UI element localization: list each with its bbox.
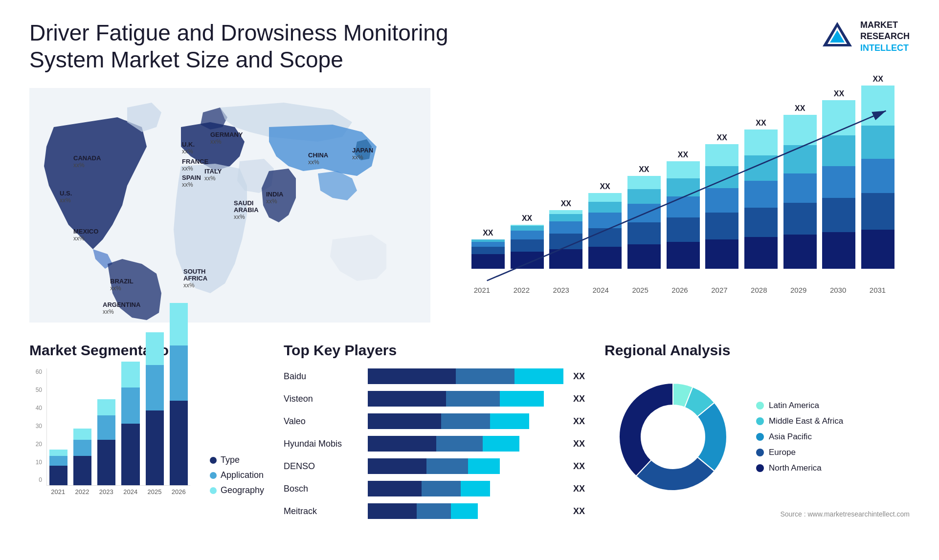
player-value: XX — [573, 439, 585, 449]
logo-line2: RESEARCH — [860, 31, 910, 42]
player-name: Meitrack — [284, 506, 362, 517]
seg-bars — [46, 368, 190, 486]
growth-bar-group: XX — [510, 214, 544, 269]
svg-text:xx%: xx% — [110, 285, 121, 292]
seg-bar-group — [49, 450, 67, 485]
growth-bar-group: XX — [666, 151, 700, 269]
seg-bar-group — [170, 303, 188, 485]
svg-text:xx%: xx% — [308, 159, 319, 166]
seg-bar-group — [73, 429, 91, 486]
players-list: BaiduXXVisteonXXValeoXXHyundai MobisXXDE… — [284, 368, 585, 519]
player-bar — [368, 503, 563, 519]
spain-label: SPAIN — [182, 174, 201, 181]
bottom-section: Market Segmentation 60 50 40 30 20 10 0 — [29, 342, 910, 552]
china-label: CHINA — [308, 151, 329, 159]
player-name: DENSO — [284, 461, 362, 472]
logo-line1: MARKET — [860, 20, 910, 31]
logo-icon — [820, 20, 854, 54]
player-row: VisteonXX — [284, 391, 585, 407]
page-container: Driver Fatigue and Drowsiness Monitoring… — [0, 0, 939, 560]
svg-text:AFRICA: AFRICA — [183, 275, 208, 282]
player-row: Hyundai MobisXX — [284, 436, 585, 452]
uk-label: U.K. — [182, 141, 195, 148]
svg-text:xx%: xx% — [266, 198, 277, 205]
japan-label: JAPAN — [352, 147, 373, 154]
reg-legend-item: Latin America — [756, 401, 843, 410]
donut-chart — [604, 368, 741, 505]
svg-text:xx%: xx% — [182, 165, 193, 172]
safrica-label: SOUTH — [183, 268, 206, 275]
player-row: ValeoXX — [284, 413, 585, 429]
player-bar — [368, 413, 563, 429]
svg-text:xx%: xx% — [182, 148, 193, 155]
growth-bar-group: XX — [471, 229, 505, 269]
legend-item: Geography — [210, 485, 264, 495]
brazil-label: BRAZIL — [110, 278, 134, 285]
player-row: DENSOXX — [284, 458, 585, 474]
player-value: XX — [573, 371, 585, 382]
svg-text:xx%: xx% — [73, 162, 85, 169]
regional-legend: Latin AmericaMiddle East & AfricaAsia Pa… — [756, 401, 843, 473]
reg-legend-item: North America — [756, 463, 843, 473]
germany-label: GERMANY — [210, 131, 243, 138]
segmentation-section: Market Segmentation 60 50 40 30 20 10 0 — [29, 342, 264, 552]
growth-bar-group: XX — [783, 104, 817, 269]
growth-bar-group: XX — [744, 119, 778, 269]
mexico-label: MEXICO — [73, 228, 98, 235]
legend-item: Application — [210, 470, 264, 480]
player-name: Visteon — [284, 394, 362, 404]
player-row: MeitrackXX — [284, 503, 585, 519]
growth-chart-container: XXXXXXXXXXXXXXXXXXXXXX 20212022202320242… — [450, 88, 910, 323]
map-container: CANADA xx% U.S. xx% MEXICO xx% BRAZIL xx… — [29, 88, 430, 323]
svg-text:xx%: xx% — [182, 181, 193, 188]
source-text: Source : www.marketresearchintellect.com — [604, 510, 910, 518]
us-label: U.S. — [60, 190, 72, 197]
player-value: XX — [573, 461, 585, 472]
player-row: BaiduXX — [284, 368, 585, 384]
player-value: XX — [573, 506, 585, 517]
svg-text:xx%: xx% — [352, 154, 363, 161]
seg-bar-group — [97, 399, 115, 486]
regional-section: Regional Analysis Latin AmericaMiddle Ea… — [604, 342, 910, 552]
player-bar — [368, 481, 563, 496]
growth-bar-group: XX — [861, 75, 895, 269]
svg-text:xx%: xx% — [210, 138, 222, 145]
growth-year-labels: 2021202220232024202520262027202820292030… — [460, 286, 895, 294]
seg-year-labels: 202120222023202420252026 — [46, 486, 190, 495]
player-bar — [368, 391, 563, 407]
player-bar — [368, 436, 563, 452]
svg-text:xx%: xx% — [183, 282, 195, 289]
reg-legend-item: Europe — [756, 448, 843, 457]
svg-text:ARABIA: ARABIA — [234, 206, 259, 214]
player-row: BoschXX — [284, 481, 585, 496]
logo-line3: INTELLECT — [860, 43, 910, 54]
saudi-label: SAUDI — [234, 199, 253, 207]
canada-label: CANADA — [73, 154, 101, 162]
legend-item: Type — [210, 455, 264, 465]
growth-bar-group: XX — [705, 133, 739, 269]
growth-bar-group: XX — [549, 199, 583, 269]
player-value: XX — [573, 394, 585, 404]
logo: MARKET RESEARCH INTELLECT — [820, 20, 910, 54]
player-bar — [368, 368, 563, 384]
india-label: INDIA — [266, 191, 284, 198]
svg-text:xx%: xx% — [234, 214, 245, 220]
svg-text:xx%: xx% — [103, 308, 114, 315]
player-name: Bosch — [284, 484, 362, 494]
growth-bar-group: XX — [588, 182, 622, 269]
reg-legend-item: Middle East & Africa — [756, 416, 843, 426]
argentina-label: ARGENTINA — [103, 301, 141, 308]
growth-bar-group: XX — [627, 165, 661, 269]
growth-bar-group: XX — [822, 89, 856, 269]
svg-text:xx%: xx% — [73, 235, 85, 242]
player-name: Valeo — [284, 416, 362, 427]
top-section: CANADA xx% U.S. xx% MEXICO xx% BRAZIL xx… — [29, 88, 910, 323]
player-name: Hyundai Mobis — [284, 439, 362, 449]
player-value: XX — [573, 416, 585, 427]
donut-area: Latin AmericaMiddle East & AfricaAsia Pa… — [604, 368, 910, 505]
player-bar — [368, 458, 563, 474]
logo-text: MARKET RESEARCH INTELLECT — [860, 20, 910, 54]
seg-bar-group — [121, 362, 139, 485]
page-title: Driver Fatigue and Drowsiness Monitoring… — [29, 20, 470, 73]
reg-legend-item: Asia Pacific — [756, 432, 843, 442]
